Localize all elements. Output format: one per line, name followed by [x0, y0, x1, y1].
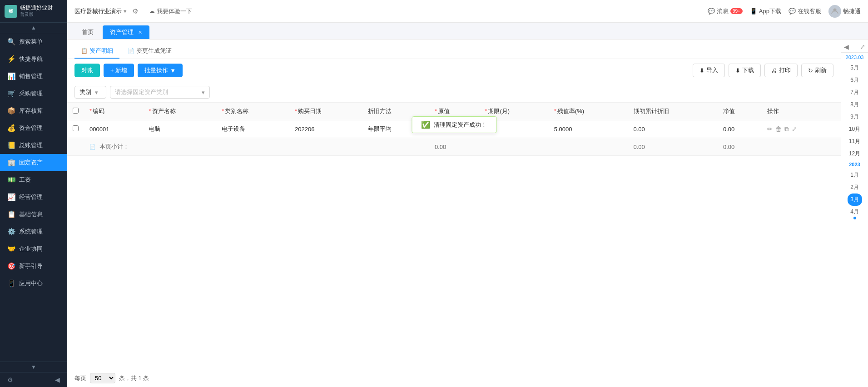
select-all-header[interactable] [67, 103, 84, 120]
payroll-icon: 💵 [7, 176, 15, 184]
sidebar-item-fixed-assets[interactable]: 🏢 固定资产 [0, 154, 67, 171]
company-selector[interactable]: 医疗器械行业演示 ▾ [74, 7, 127, 15]
tab-asset-mgmt[interactable]: 资产管理 ✕ [103, 25, 149, 39]
month-2[interactable]: 2月 [841, 181, 868, 194]
month-8[interactable]: 8月 [841, 99, 868, 111]
experience-btn[interactable]: ☁ 我要体验一下 [149, 7, 192, 15]
sidebar-item-label: 快捷导航 [19, 55, 43, 63]
online-service-btn[interactable]: 💬 在线客服 [789, 7, 821, 15]
copy-icon[interactable]: ⧉ [784, 125, 789, 133]
sidebar-item-sys[interactable]: ⚙️ 系统管理 [0, 223, 67, 240]
category-value-filter[interactable]: 请选择固定资产类别 ▾ [110, 86, 210, 99]
panel-expand-icon[interactable]: ⤢ [860, 43, 865, 50]
tabbar: 首页 资产管理 ✕ [67, 23, 868, 40]
month-4[interactable]: 4月 [841, 206, 868, 223]
success-icon: ✅ [421, 120, 430, 129]
toolbar: 对账 + 新增 批量操作 ▼ ⬇ 导入 ⬇ 下载 🖨 [67, 59, 841, 82]
dropdown-icon: ▾ [124, 8, 127, 15]
topbar: 医疗器械行业演示 ▾ ⚙ ☁ 我要体验一下 💬 消息 99+ 📱 App下载 💬… [67, 0, 868, 23]
sidebar-item-search[interactable]: 🔍 搜索菜单 [0, 33, 67, 50]
scroll-down-icon[interactable]: ▼ [31, 364, 36, 370]
delete-icon[interactable]: 🗑 [775, 125, 782, 133]
refresh-button[interactable]: ↻ 刷新 [801, 64, 833, 77]
inventory-icon: 📦 [7, 107, 15, 115]
cell-net-value: 0.00 [718, 120, 762, 138]
month-7[interactable]: 7月 [841, 86, 868, 99]
per-page-select[interactable]: 50 10 20 100 [90, 373, 115, 383]
quicknav-icon: ⚡ [7, 55, 15, 63]
logo-text: 畅捷通好业财 [20, 5, 53, 12]
sidebar-item-ledger[interactable]: 📒 总账管理 [0, 137, 67, 154]
user-info[interactable]: 畅捷通 [828, 5, 861, 18]
sidebar-item-guide[interactable]: 🎯 新手引导 [0, 258, 67, 275]
month-12[interactable]: 12月 [841, 148, 868, 160]
collapse-icon[interactable]: ◀ [55, 376, 60, 383]
sidebar-item-label: 工资 [19, 176, 31, 184]
row-checkbox-cell[interactable] [67, 120, 84, 138]
app-download-btn[interactable]: 📱 App下载 [750, 7, 781, 15]
month-6[interactable]: 6月 [841, 74, 868, 86]
avatar [828, 5, 841, 18]
cell-purchase-date: 202206 [289, 120, 362, 138]
sidebar-item-capital[interactable]: 💰 资金管理 [0, 119, 67, 137]
edit-icon[interactable]: ✏ [767, 125, 773, 133]
sys-icon: ⚙️ [7, 228, 15, 236]
sidebar-item-collab[interactable]: 🤝 企业协同 [0, 240, 67, 258]
cell-code: 000001 [84, 120, 143, 138]
guide-icon: 🎯 [7, 262, 15, 270]
col-initial-depreciation: 期初累计折旧 [628, 103, 718, 120]
curr-year-label: 2023 [849, 160, 860, 169]
panel-left-icon[interactable]: ◀ [844, 43, 849, 50]
month-11[interactable]: 11月 [841, 135, 868, 148]
row-checkbox[interactable] [73, 125, 79, 131]
subtab-change-voucher[interactable]: 📄 变更生成凭证 [121, 44, 178, 59]
batch-button[interactable]: 批量操作 ▼ [138, 64, 183, 77]
col-name: *资产名称 [143, 103, 216, 120]
topbar-right: 💬 消息 99+ 📱 App下载 💬 在线客服 畅捷通 [708, 5, 861, 18]
sidebar-item-baseinfo[interactable]: 📋 基础信息 [0, 206, 67, 223]
select-all-checkbox[interactable] [73, 108, 79, 114]
tab-close-icon[interactable]: ✕ [138, 30, 142, 35]
logo-sub: 普及版 [20, 11, 53, 18]
more-icon[interactable]: ⤢ [792, 125, 797, 133]
month-5[interactable]: 5月 [841, 62, 868, 74]
sidebar-item-label: 应用中心 [19, 279, 43, 288]
month-10[interactable]: 10月 [841, 123, 868, 135]
search-icon: 🔍 [7, 38, 15, 46]
filter-dropdown-icon: ▾ [95, 89, 98, 96]
settings-icon[interactable]: ⚙ [132, 7, 138, 15]
sidebar-item-payroll[interactable]: 💵 工资 [0, 171, 67, 189]
category-filter[interactable]: 类别 ▾ [74, 86, 106, 99]
subtotal-actions [762, 138, 841, 156]
month-1[interactable]: 1月 [841, 169, 868, 181]
month-9[interactable]: 9月 [841, 111, 868, 123]
scroll-up-icon[interactable]: ▲ [31, 25, 36, 31]
subtotal-spacer [67, 138, 84, 156]
download-button[interactable]: ⬇ 下载 [729, 64, 761, 77]
sidebar-item-label: 销售管理 [19, 72, 43, 80]
sidebar-item-quicknav[interactable]: ⚡ 快捷导航 [0, 50, 67, 68]
settings-icon[interactable]: ⚙ [7, 376, 13, 383]
import-button[interactable]: ⬇ 导入 [693, 64, 725, 77]
sidebar-logo: 畅 畅捷通好业财 普及版 [0, 0, 67, 23]
print-icon: 🖨 [771, 67, 777, 74]
message-btn[interactable]: 💬 消息 99+ [708, 7, 743, 15]
content: 📋 资产明细 📄 变更生成凭证 对账 + 新增 批量操作 ▼ ⬇ [67, 40, 868, 387]
total-count: 条，共 1 条 [119, 374, 149, 382]
sidebar-item-apps[interactable]: 📱 应用中心 [0, 275, 67, 292]
sidebar-item-label: 库存核算 [19, 107, 43, 115]
new-button[interactable]: + 新增 [104, 64, 134, 77]
sidebar-item-label: 企业协同 [19, 245, 43, 253]
reconcile-button[interactable]: 对账 [74, 64, 100, 77]
purchase-icon: 🛒 [7, 89, 15, 98]
sidebar-item-mgmt[interactable]: 📈 经营管理 [0, 189, 67, 206]
sidebar-item-purchase[interactable]: 🛒 采购管理 [0, 85, 67, 102]
sidebar-item-inventory[interactable]: 📦 库存核算 [0, 102, 67, 119]
subtab-asset-detail[interactable]: 📋 资产明细 [74, 44, 119, 59]
sidebar-bottom: ⚙ ◀ [0, 372, 67, 387]
tab-home[interactable]: 首页 [74, 25, 101, 39]
print-button[interactable]: 🖨 打印 [764, 64, 798, 77]
sidebar: 畅 畅捷通好业财 普及版 ▲ 🔍 搜索菜单 ⚡ 快捷导航 📊 销售管理 🛒 采购… [0, 0, 67, 387]
month-3-active[interactable]: 3月 [848, 194, 862, 206]
sidebar-item-sales[interactable]: 📊 销售管理 [0, 68, 67, 85]
